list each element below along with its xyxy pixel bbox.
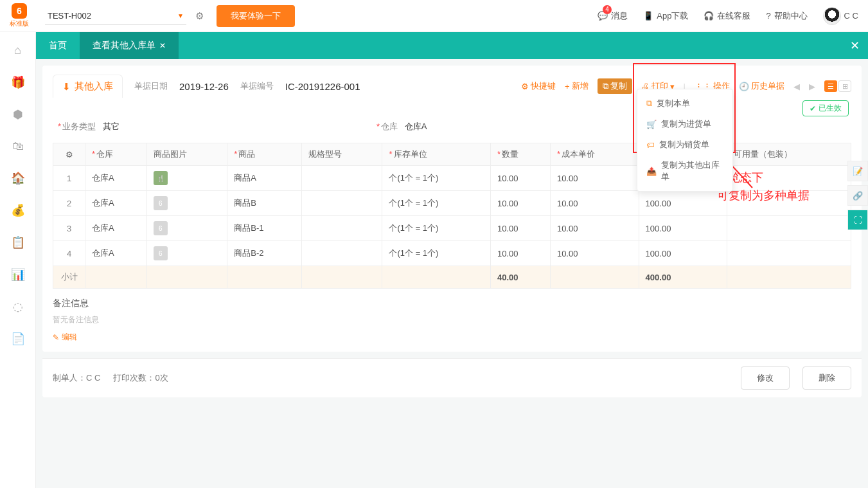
expand-icon[interactable]: ⛶ <box>847 210 868 230</box>
copy-icon: ⧉ <box>646 98 652 109</box>
list-view-icon[interactable]: ☰ <box>824 80 837 92</box>
copy-to-purchase[interactable]: 🛒复制为进货单 <box>637 114 732 134</box>
copy-dropdown: ⧉复制本单 🛒复制为进货单 🏷复制为销货单 📤复制为其他出库单 <box>637 89 733 192</box>
money-icon[interactable]: 💰 <box>11 203 25 217</box>
logo-icon: 6 <box>12 3 27 19</box>
cart-icon: 🛒 <box>646 120 657 129</box>
app-download-link[interactable]: 📱App下载 <box>643 10 688 22</box>
sidebar: ⌂ 🎁 ⬢ 🛍 🏠 💰 📋 📊 ◌ 📄 <box>0 32 36 488</box>
right-dock: 📝 🔗 ⛶ <box>847 161 868 230</box>
modify-button[interactable]: 修改 <box>741 366 790 390</box>
messages-link[interactable]: 💬 4 消息 <box>598 10 628 22</box>
logo[interactable]: 6 标准版 <box>10 3 29 28</box>
headset-icon: 🎧 <box>704 11 714 21</box>
grid-view-icon[interactable]: ⊞ <box>838 80 851 92</box>
prev-icon[interactable]: ◀ <box>793 82 800 91</box>
new-icon[interactable]: 📄 <box>11 332 25 346</box>
tab-home[interactable]: 首页 <box>36 32 80 59</box>
shop-icon[interactable]: ⬢ <box>13 107 23 122</box>
business-name: TEST-H002 <box>48 11 91 21</box>
business-selector[interactable]: TEST-H002 ▼ <box>45 7 186 25</box>
copy-to-outbound[interactable]: 📤复制为其他出库单 <box>637 155 732 187</box>
avatar <box>823 7 841 25</box>
document-title: ⬇ 其他入库 <box>53 75 123 98</box>
document-panel: ⬇ 其他入库 单据日期 2019-12-26 单据编号 IC-20191226-… <box>42 66 862 352</box>
message-badge: 4 <box>603 5 612 14</box>
clipboard-icon[interactable]: 📋 <box>11 235 25 249</box>
link-icon[interactable]: 🔗 <box>847 185 868 206</box>
print-count: 打印次数：0次 <box>113 372 168 384</box>
table-row[interactable]: 3仓库A6商品B-1个(1个 = 1个)10.0010.00100.00 <box>53 216 851 241</box>
logo-edition: 标准版 <box>10 19 29 28</box>
gear-icon[interactable]: ⚙ <box>195 10 204 22</box>
doc-date: 2019-12-26 <box>179 81 229 92</box>
copy-this-doc[interactable]: ⧉复制本单 <box>637 93 732 114</box>
tab-view-inbound[interactable]: 查看其他入库单 ✕ <box>80 32 179 59</box>
try-button[interactable]: 我要体验一下 <box>217 5 295 27</box>
bag-icon[interactable]: 🛍 <box>12 140 24 153</box>
biz-type-value: 其它 <box>103 122 120 131</box>
warehouse-value: 仓库A <box>405 122 427 131</box>
tab-bar: 首页 查看其他入库单 ✕ ✕ <box>36 32 868 59</box>
delete-button[interactable]: 删除 <box>802 366 851 390</box>
sync-icon[interactable]: ◌ <box>13 300 23 314</box>
history-button[interactable]: 🕘 历史单据 <box>739 80 784 92</box>
remarks-title: 备注信息 <box>53 298 851 309</box>
out-icon: 📤 <box>646 167 657 176</box>
user-menu[interactable]: C C <box>823 7 858 25</box>
copy-to-sales[interactable]: 🏷复制为销货单 <box>637 134 732 155</box>
tag-icon: 🏷 <box>646 140 655 150</box>
remarks-empty: 暂无备注信息 <box>53 314 851 325</box>
gift-icon[interactable]: 🎁 <box>11 75 25 89</box>
home-icon[interactable]: ⌂ <box>14 44 21 57</box>
help-icon: ? <box>766 11 770 21</box>
report-icon[interactable]: 📊 <box>11 267 25 282</box>
add-button[interactable]: + 新增 <box>565 80 589 92</box>
status-badge: ✔ 已生效 <box>802 100 849 116</box>
phone-icon: 📱 <box>643 11 653 21</box>
footer-bar: 制单人：C C 打印次数：0次 修改 删除 <box>42 358 862 397</box>
chevron-down-icon: ▼ <box>177 12 184 19</box>
note-icon[interactable]: 📝 <box>847 161 868 181</box>
inbound-icon: ⬇ <box>62 81 71 93</box>
table-row[interactable]: 4仓库A6商品B-2个(1个 = 1个)10.0010.00100.00 <box>53 241 851 266</box>
close-all-icon[interactable]: ✕ <box>841 32 868 59</box>
warehouse-icon[interactable]: 🏠 <box>11 171 25 185</box>
doc-number: IC-20191226-001 <box>285 81 360 92</box>
close-icon[interactable]: ✕ <box>159 41 166 50</box>
top-bar: 6 标准版 TEST-H002 ▼ ⚙ 我要体验一下 💬 4 消息 📱App下载… <box>0 0 868 32</box>
online-service-link[interactable]: 🎧在线客服 <box>704 10 750 22</box>
remarks-section: 备注信息 暂无备注信息 ✎ 编辑 <box>53 298 851 343</box>
help-center-link[interactable]: ?帮助中心 <box>766 10 807 22</box>
copy-button[interactable]: ⧉ 复制 <box>598 78 632 94</box>
view-toggle: ☰ ⊞ <box>824 80 851 92</box>
next-icon[interactable]: ▶ <box>809 82 815 91</box>
creator-info: 制单人：C C <box>53 372 100 384</box>
shortcut-button[interactable]: ⚙ 快捷键 <box>521 80 556 92</box>
gear-column-icon[interactable]: ⚙ <box>53 143 85 166</box>
edit-remarks-button[interactable]: ✎ 编辑 <box>53 332 851 343</box>
